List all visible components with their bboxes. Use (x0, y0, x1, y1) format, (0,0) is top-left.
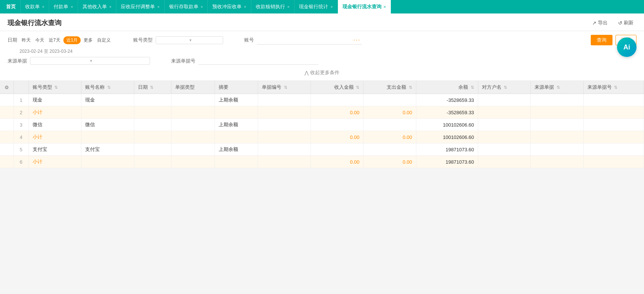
td-summary: 上期余额 (215, 119, 258, 131)
td-source-doc-num (583, 143, 644, 156)
nav-item-home[interactable]: 首页 (2, 0, 21, 13)
td-doc-num (258, 106, 311, 119)
filter-area: 日期 昨天 今天 近7天 近1月 更多 自定义 账号类型 ▾ 账号 ··· (0, 31, 644, 81)
td-doc-num (258, 119, 311, 131)
collapse-label: 收起更多条件 (310, 69, 339, 76)
th-expense[interactable]: 支出金额 ⇅ (363, 81, 416, 94)
th-num (14, 81, 29, 94)
th-balance[interactable]: 余额 ⇅ (416, 81, 478, 94)
nav-item-qitashouru[interactable]: 其他收入单 × (78, 0, 116, 13)
table-row: 6小计0.000.0019871073.60 (0, 156, 644, 168)
td-account-name: 现金 (81, 94, 134, 106)
header-actions: ↗ 导出 ↺ 刷新 (589, 18, 636, 28)
sort-icon: ⇅ (471, 85, 474, 90)
close-icon[interactable]: × (109, 4, 111, 9)
account-input[interactable] (258, 37, 353, 43)
more-btn[interactable]: 更多 (82, 36, 94, 44)
close-icon[interactable]: × (287, 4, 290, 9)
th-account-type[interactable]: 账号类型 ⇅ (29, 81, 81, 94)
th-settings[interactable]: ⚙ (0, 81, 14, 94)
th-counterparty[interactable]: 对方户名 ⇅ (478, 81, 531, 94)
nav-item-liushui[interactable]: 现金银行流水查询 × (338, 0, 391, 13)
table-row: 1现金现金上期余额-3528659.33 (0, 94, 644, 106)
source-doc-num-input[interactable] (200, 58, 317, 64)
th-source-doc-num[interactable]: 来源单据号 ⇅ (583, 81, 644, 94)
td-date (134, 106, 171, 119)
th-account-name[interactable]: 账号名称 ⇅ (81, 81, 134, 94)
close-icon[interactable]: × (244, 4, 246, 9)
th-doc-num[interactable]: 单据编号 ⇅ (258, 81, 311, 94)
filter-row-2: 来源单据 ▾ 来源单据号 (8, 57, 636, 65)
ai-button[interactable]: Ai (617, 37, 636, 57)
query-button[interactable]: 查询 (591, 35, 612, 45)
td-source-doc (531, 143, 584, 156)
filter-row-1: 日期 昨天 今天 近7天 近1月 更多 自定义 账号类型 ▾ 账号 ··· (8, 35, 636, 45)
nav-item-yingshouyingfu[interactable]: 应收应付调整单 × (116, 0, 164, 13)
td-account-type: 现金 (29, 94, 81, 106)
close-icon[interactable]: × (201, 4, 203, 9)
td-account-name (81, 131, 134, 143)
td-summary (215, 131, 258, 143)
td-balance: -3528659.33 (416, 94, 478, 106)
td-date (134, 131, 171, 143)
nav-item-hexiao[interactable]: 收款核销执行 × (251, 0, 294, 13)
td-date (134, 156, 171, 168)
collapse-button[interactable]: ⋀ 收起更多条件 (305, 69, 339, 76)
td-source-doc (531, 131, 584, 143)
table-row: 3微信微信上期余额100102606.60 (0, 119, 644, 131)
th-source-doc[interactable]: 来源单据 ⇅ (531, 81, 584, 94)
table-row: 5支付宝支付宝上期余额19871073.60 (0, 143, 644, 156)
th-summary: 摘要 (215, 81, 258, 94)
td-checkbox (0, 106, 14, 119)
td-num: 1 (14, 94, 29, 106)
td-checkbox (0, 143, 14, 156)
close-icon[interactable]: × (157, 4, 159, 9)
close-icon[interactable]: × (42, 4, 44, 9)
td-date (134, 94, 171, 106)
td-income (311, 143, 363, 156)
td-balance: 100102606.60 (416, 131, 478, 143)
td-source-doc-num (583, 119, 644, 131)
source-doc-chevron-icon: ▾ (90, 58, 147, 63)
account-more-btn[interactable]: ··· (353, 37, 360, 43)
th-date[interactable]: 日期 ⇅ (134, 81, 171, 94)
table-row: 4小计0.000.00100102606.60 (0, 131, 644, 143)
chevron-down-icon: ▾ (189, 38, 220, 43)
nav-item-yinhang[interactable]: 银行存取款单 × (165, 0, 208, 13)
td-income: 0.00 (311, 131, 363, 143)
table-header-row: ⚙ 账号类型 ⇅ 账号名称 ⇅ 日期 ⇅ 单据类型 摘要 单据编号 ⇅ 收入金额… (0, 81, 644, 94)
th-income[interactable]: 收入金额 ⇅ (311, 81, 363, 94)
account-type-select[interactable]: ▾ (156, 36, 223, 44)
last7days-btn[interactable]: 近7天 (47, 36, 62, 44)
today-btn[interactable]: 今天 (34, 36, 46, 44)
td-expense: 0.00 (363, 131, 416, 143)
sort-icon: ⇅ (107, 85, 111, 90)
td-source-doc-num (583, 94, 644, 106)
close-icon[interactable]: × (71, 4, 73, 9)
td-counterparty (478, 94, 531, 106)
nav-item-yushou[interactable]: 预收冲应收单 × (208, 0, 251, 13)
yesterday-btn[interactable]: 昨天 (20, 36, 32, 44)
td-expense: 0.00 (363, 156, 416, 168)
last1month-btn[interactable]: 近1月 (63, 36, 81, 44)
data-table: ⚙ 账号类型 ⇅ 账号名称 ⇅ 日期 ⇅ 单据类型 摘要 单据编号 ⇅ 收入金额… (0, 81, 644, 168)
sort-icon: ⇅ (614, 85, 617, 90)
custom-btn[interactable]: 自定义 (96, 36, 112, 44)
nav-item-shoukuan[interactable]: 收款单 × (21, 0, 49, 13)
close-icon[interactable]: × (330, 4, 333, 9)
sort-icon: ⇅ (557, 85, 560, 90)
nav-item-tongji[interactable]: 现金银行统计 × (294, 0, 338, 13)
td-expense (363, 94, 416, 106)
export-icon: ↗ (592, 20, 596, 26)
export-button[interactable]: ↗ 导出 (589, 18, 611, 28)
account-label: 账号 (244, 37, 254, 43)
close-icon[interactable]: × (384, 4, 386, 9)
td-num: 5 (14, 143, 29, 156)
nav-item-fukuan[interactable]: 付款单 × (49, 0, 78, 13)
source-doc-label: 来源单据 (8, 58, 27, 64)
td-expense (363, 143, 416, 156)
source-doc-select[interactable]: ▾ (30, 57, 150, 65)
refresh-button[interactable]: ↺ 刷新 (615, 18, 636, 28)
td-date (134, 143, 171, 156)
td-num: 3 (14, 119, 29, 131)
